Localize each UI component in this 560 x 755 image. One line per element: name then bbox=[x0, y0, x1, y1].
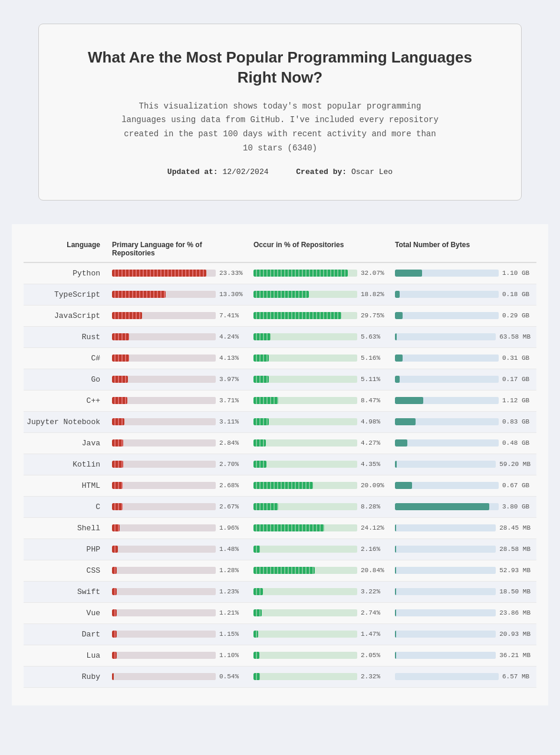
language-name: HTML bbox=[24, 481, 112, 490]
primary-bar-track bbox=[112, 270, 216, 277]
occur-bar-cell: 18.82% bbox=[253, 291, 395, 298]
primary-bar-fill bbox=[112, 652, 117, 659]
primary-bar-cell: 2.70% bbox=[112, 461, 253, 468]
bytes-value: 1.12 GB bbox=[502, 397, 531, 404]
occur-pct: 4.35% bbox=[361, 461, 389, 468]
primary-bar-cell: 1.10% bbox=[112, 652, 253, 659]
bytes-bar-track bbox=[395, 482, 499, 489]
primary-bar-track bbox=[112, 546, 216, 553]
occur-bar-fill bbox=[253, 461, 266, 468]
bytes-bar-track bbox=[395, 291, 499, 298]
occur-bar-cell: 2.32% bbox=[253, 673, 395, 680]
primary-bar-track bbox=[112, 673, 216, 680]
bytes-bar-fill bbox=[395, 588, 396, 595]
bytes-bar-cell: 0.17 GB bbox=[395, 376, 536, 383]
occur-bar-track bbox=[253, 673, 357, 680]
primary-bar-track bbox=[112, 482, 216, 489]
occur-bar-fill bbox=[253, 482, 313, 489]
occur-bar-cell: 1.47% bbox=[253, 631, 395, 638]
language-name: JavaScript bbox=[24, 311, 112, 320]
primary-bar-fill bbox=[112, 270, 206, 277]
primary-bar-track bbox=[112, 609, 216, 616]
occur-bar-track bbox=[253, 546, 357, 553]
updated-label: Updated at: bbox=[167, 168, 218, 176]
bytes-bar-track bbox=[395, 546, 496, 553]
language-name: Jupyter Notebook bbox=[24, 418, 112, 426]
occur-bar-track bbox=[253, 312, 357, 319]
occur-pct: 2.16% bbox=[361, 546, 389, 553]
primary-bar-fill bbox=[112, 631, 117, 638]
language-name: Go bbox=[24, 375, 112, 384]
table-row: Dart 1.15% 1.47% 20.93 MB bbox=[24, 624, 536, 645]
bytes-bar-track bbox=[395, 588, 496, 595]
bytes-bar-fill bbox=[395, 312, 403, 319]
primary-pct: 1.96% bbox=[219, 524, 248, 531]
created-label: Created by: bbox=[296, 168, 347, 176]
table-row: Swift 1.23% 3.22% 18.50 MB bbox=[24, 582, 536, 603]
bytes-value: 59.20 MB bbox=[499, 461, 531, 468]
primary-bar-track bbox=[112, 631, 216, 638]
occur-bar-track bbox=[253, 503, 357, 510]
primary-bar-cell: 2.84% bbox=[112, 439, 253, 447]
occur-bar-track bbox=[253, 609, 357, 616]
primary-bar-track bbox=[112, 418, 216, 425]
occur-bar-fill bbox=[253, 354, 269, 362]
primary-bar-fill bbox=[112, 333, 129, 340]
primary-bar-track bbox=[112, 333, 216, 340]
primary-bar-cell: 1.48% bbox=[112, 546, 253, 553]
bytes-bar-cell: 3.80 GB bbox=[395, 503, 536, 510]
primary-bar-fill bbox=[112, 503, 123, 510]
occur-bar-track bbox=[253, 397, 357, 404]
primary-bar-cell: 13.30% bbox=[112, 291, 253, 298]
occur-bar-track bbox=[253, 461, 357, 468]
occur-bar-fill bbox=[253, 609, 262, 616]
bytes-value: 28.45 MB bbox=[499, 524, 531, 531]
occur-bar-cell: 5.16% bbox=[253, 354, 395, 362]
occur-bar-cell: 4.35% bbox=[253, 461, 395, 468]
occur-bar-fill bbox=[253, 631, 258, 638]
primary-bar-fill bbox=[112, 354, 129, 362]
primary-pct: 13.30% bbox=[219, 291, 248, 298]
primary-bar-fill bbox=[112, 609, 117, 616]
primary-bar-cell: 1.23% bbox=[112, 588, 253, 595]
language-name: C++ bbox=[24, 396, 112, 405]
occur-pct: 20.09% bbox=[361, 482, 389, 489]
occur-bar-track bbox=[253, 588, 357, 595]
occur-bar-cell: 32.07% bbox=[253, 270, 395, 277]
bytes-bar-cell: 0.29 GB bbox=[395, 312, 536, 319]
col-primary-header: Primary Language for % of Repositories bbox=[112, 241, 253, 257]
occur-bar-fill bbox=[253, 312, 341, 319]
bytes-bar-cell: 36.21 MB bbox=[395, 652, 536, 659]
occur-bar-track bbox=[253, 567, 357, 574]
bytes-bar-cell: 20.93 MB bbox=[395, 631, 536, 638]
primary-pct: 1.48% bbox=[219, 546, 248, 553]
primary-bar-cell: 4.13% bbox=[112, 354, 253, 362]
occur-bar-track bbox=[253, 524, 357, 531]
language-name: CSS bbox=[24, 566, 112, 575]
table-row: Python 23.33% 32.07% 1.10 GB bbox=[24, 263, 536, 284]
bytes-bar-cell: 6.57 MB bbox=[395, 673, 536, 680]
header-card: What Are the Most Popular Programming La… bbox=[38, 24, 522, 201]
occur-bar-fill bbox=[253, 567, 315, 574]
bytes-bar-track bbox=[395, 567, 496, 574]
primary-bar-fill bbox=[112, 418, 124, 425]
bytes-value: 0.17 GB bbox=[502, 376, 531, 383]
occur-bar-fill bbox=[253, 588, 263, 595]
created-value: Oscar Leo bbox=[351, 168, 393, 176]
occur-bar-cell: 4.27% bbox=[253, 439, 395, 447]
language-name: Rust bbox=[24, 333, 112, 342]
primary-pct: 2.68% bbox=[219, 482, 248, 489]
primary-pct: 4.24% bbox=[219, 333, 248, 340]
primary-bar-fill bbox=[112, 567, 117, 574]
occur-bar-fill bbox=[253, 376, 269, 383]
table-row: Rust 4.24% 5.63% 63.58 MB bbox=[24, 327, 536, 348]
occur-pct: 18.82% bbox=[361, 291, 389, 298]
primary-pct: 2.84% bbox=[219, 439, 248, 447]
occur-bar-cell: 29.75% bbox=[253, 312, 395, 319]
col-occur-header: Occur in % of Repositories bbox=[253, 241, 395, 257]
language-name: Swift bbox=[24, 587, 112, 596]
occur-bar-track bbox=[253, 291, 357, 298]
bytes-bar-fill bbox=[395, 503, 489, 510]
table-body: Python 23.33% 32.07% 1.10 GB TypeScript … bbox=[24, 263, 536, 688]
table-row: Vue 1.21% 2.74% 23.86 MB bbox=[24, 603, 536, 624]
